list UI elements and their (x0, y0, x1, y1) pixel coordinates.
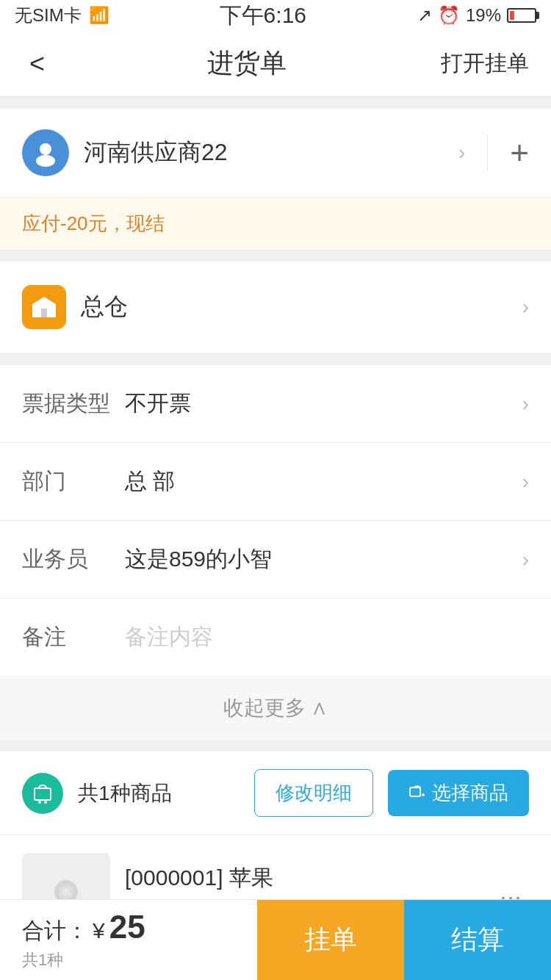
warehouse-chevron-icon: › (522, 295, 529, 319)
warehouse-row[interactable]: 总仓 › (0, 262, 551, 353)
products-icon (22, 773, 63, 814)
warehouse-svg (31, 294, 57, 320)
sales-label: 业务员 (22, 544, 125, 574)
warehouse-icon (22, 285, 66, 329)
select-product-button[interactable]: 选择商品 (388, 770, 529, 816)
cart-icon (32, 782, 54, 804)
dept-value: 总 部 (125, 466, 522, 497)
product-code: [0000001] (125, 865, 223, 890)
hang-button[interactable]: 挂单 (257, 900, 404, 981)
invoice-label: 票据类型 (22, 389, 125, 419)
svg-point-0 (40, 143, 51, 155)
supplier-section: 河南供应商22 › + 应付-20元，现结 (0, 109, 551, 250)
status-right: ↗ ⏰ 19% (417, 5, 536, 26)
wifi-icon: 📶 (89, 6, 109, 25)
select-product-icon (408, 785, 426, 802)
battery-percent: 19% (466, 5, 501, 26)
remark-label: 备注 (22, 622, 125, 652)
back-button[interactable]: < (22, 41, 52, 87)
supplier-name: 河南供应商22 (84, 137, 458, 169)
supplier-avatar (22, 129, 69, 176)
product-name: [0000001] 苹果 (125, 863, 478, 893)
select-product-label: 选择商品 (432, 780, 508, 806)
status-left: 无SIM卡 📶 (15, 4, 109, 27)
location-icon: ↗ (417, 5, 432, 26)
notice-row: 应付-20元，现结 (0, 198, 551, 250)
remark-row[interactable]: 备注 备注内容 (0, 599, 551, 677)
total-symbol: ¥ (93, 918, 105, 943)
svg-rect-6 (410, 788, 420, 796)
svg-point-1 (36, 155, 55, 167)
nav-bar: < 进货单 打开挂单 (0, 31, 551, 97)
collapse-button[interactable]: 收起更多 ∧ (0, 677, 551, 740)
products-header: 共1种商品 修改明细 选择商品 (0, 752, 551, 835)
remark-placeholder: 备注内容 (125, 622, 529, 652)
alarm-icon: ⏰ (438, 5, 460, 26)
svg-rect-2 (41, 309, 47, 317)
page-title: 进货单 (207, 46, 287, 82)
invoice-chevron-icon: › (522, 392, 529, 416)
product-count-text: 共1种商品 (78, 779, 240, 807)
dept-chevron-icon: › (522, 470, 529, 494)
sales-row[interactable]: 业务员 这是859的小智 › (0, 521, 551, 599)
supplier-avatar-icon (32, 139, 60, 167)
warehouse-section: 总仓 › (0, 262, 551, 353)
invoice-value: 不开票 (125, 389, 522, 419)
edit-detail-button[interactable]: 修改明细 (254, 769, 373, 817)
bottom-bar: 合计： ¥ 25 共1种 挂单 结算 (0, 899, 551, 980)
total-amount: 25 (109, 909, 145, 945)
total-label: 合计： (22, 916, 88, 946)
sales-chevron-icon: › (522, 548, 529, 572)
dept-label: 部门 (22, 466, 125, 497)
supplier-chevron-icon: › (458, 141, 465, 165)
warehouse-name: 总仓 (81, 291, 522, 323)
battery-indicator (507, 8, 536, 23)
total-main: 合计： ¥ 25 (22, 909, 235, 946)
form-section: 票据类型 不开票 › 部门 总 部 › 业务员 这是859的小智 › 备注 备注… (0, 365, 551, 677)
sales-value: 这是859的小智 (125, 544, 522, 574)
svg-point-11 (62, 888, 70, 896)
time-display: 下午6:16 (220, 1, 306, 31)
carrier-text: 无SIM卡 (15, 4, 82, 27)
total-section: 合计： ¥ 25 共1种 (0, 909, 257, 971)
status-bar: 无SIM卡 📶 下午6:16 ↗ ⏰ 19% (0, 0, 551, 31)
checkout-button[interactable]: 结算 (404, 900, 551, 981)
svg-point-5 (44, 801, 47, 804)
svg-point-4 (38, 801, 41, 804)
dept-row[interactable]: 部门 总 部 › (0, 443, 551, 521)
product-title: 苹果 (229, 865, 273, 890)
total-sub: 共1种 (22, 949, 235, 971)
open-hang-button[interactable]: 打开挂单 (441, 48, 529, 79)
invoice-row[interactable]: 票据类型 不开票 › (0, 365, 551, 443)
svg-rect-3 (35, 788, 51, 800)
vertical-divider (487, 134, 488, 171)
add-button[interactable]: + (510, 137, 529, 169)
supplier-row[interactable]: 河南供应商22 › + (0, 109, 551, 198)
